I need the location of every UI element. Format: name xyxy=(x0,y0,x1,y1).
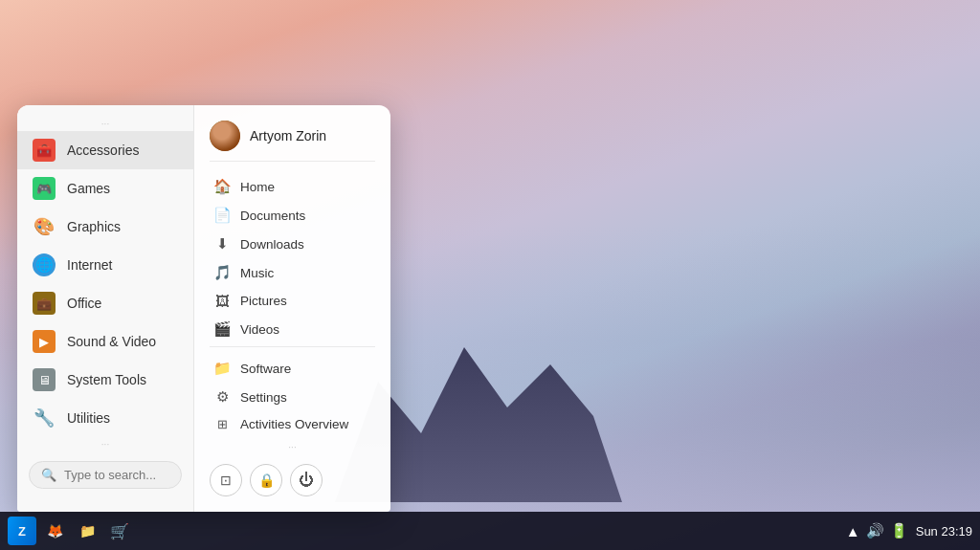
zorin-menu-button[interactable]: Z xyxy=(8,517,36,545)
office-label: Office xyxy=(67,296,101,311)
documents-icon: 📄 xyxy=(213,207,231,224)
downloads-icon: ⬇ xyxy=(213,235,231,253)
clock: Sun 23:19 xyxy=(916,524,972,539)
lock-button[interactable]: 🔒 xyxy=(250,464,282,496)
accessories-icon: 🧰 xyxy=(33,139,56,162)
system-activities[interactable]: ⊞ Activities Overview xyxy=(210,412,375,436)
graphics-icon: 🎨 xyxy=(33,215,56,238)
screenshot-button[interactable]: ⊡ xyxy=(210,464,242,496)
category-accessories[interactable]: 🧰 Accessories xyxy=(17,131,193,169)
category-utilities[interactable]: 🔧 Utilities xyxy=(17,399,193,437)
system-software[interactable]: 📁 Software xyxy=(210,355,375,382)
place-music[interactable]: 🎵 Music xyxy=(210,259,375,286)
taskbar-right: ▲ 🔊 🔋 Sun 23:19 xyxy=(846,522,972,539)
place-videos[interactable]: 🎬 Videos xyxy=(210,316,375,342)
app-menu: ··· 🧰 Accessories 🎮 Games 🎨 Graphics 🌐 I… xyxy=(17,105,390,512)
system-list: 📁 Software ⚙ Settings ⊞ Activities Overv… xyxy=(210,351,375,440)
desktop: ··· 🧰 Accessories 🎮 Games 🎨 Graphics 🌐 I… xyxy=(0,0,980,550)
place-downloads[interactable]: ⬇ Downloads xyxy=(210,231,375,257)
internet-icon: 🌐 xyxy=(33,253,56,276)
category-graphics[interactable]: 🎨 Graphics xyxy=(17,208,193,246)
volume-icon: 🔊 xyxy=(866,522,884,539)
downloads-label: Downloads xyxy=(240,237,304,252)
search-area: 🔍 xyxy=(17,451,193,500)
games-icon: 🎮 xyxy=(33,177,56,200)
category-system-tools[interactable]: 🖥 System Tools xyxy=(17,361,193,399)
files-icon: 📁 xyxy=(79,523,96,539)
taskbar: Z 🦊 📁 🛒 ▲ 🔊 🔋 Sun 23:19 xyxy=(0,512,980,550)
system-settings[interactable]: ⚙ Settings xyxy=(210,384,375,410)
power-button[interactable]: ⏻ xyxy=(290,464,323,496)
user-name: Artyom Zorin xyxy=(250,128,326,143)
category-office[interactable]: 💼 Office xyxy=(17,284,193,322)
activities-icon: ⊞ xyxy=(213,417,231,431)
wifi-icon: ▲ xyxy=(846,523,860,539)
settings-label: Settings xyxy=(240,390,287,405)
activities-label: Activities Overview xyxy=(240,417,348,431)
screenshot-icon: ⊡ xyxy=(220,473,232,488)
accessories-label: Accessories xyxy=(67,143,139,158)
games-label: Games xyxy=(67,181,110,196)
office-icon: 💼 xyxy=(33,292,56,315)
pictures-icon: 🖼 xyxy=(213,293,231,309)
graphics-label: Graphics xyxy=(67,219,121,234)
system-tools-icon: 🖥 xyxy=(33,368,56,391)
sound-video-icon: ▶ xyxy=(33,330,56,353)
lock-icon: 🔒 xyxy=(258,473,275,488)
place-documents[interactable]: 📄 Documents xyxy=(210,202,375,229)
software-store-icon: 🛒 xyxy=(110,522,129,540)
category-internet[interactable]: 🌐 Internet xyxy=(17,246,193,284)
utilities-icon: 🔧 xyxy=(33,407,56,429)
videos-label: Videos xyxy=(240,322,279,337)
place-pictures[interactable]: 🖼 Pictures xyxy=(210,288,375,314)
files-button[interactable]: 📁 xyxy=(73,517,101,545)
music-label: Music xyxy=(240,266,274,280)
place-home[interactable]: 🏠 Home xyxy=(210,173,375,200)
settings-icon: ⚙ xyxy=(213,388,231,406)
status-icons: ▲ 🔊 🔋 xyxy=(846,522,908,539)
user-profile[interactable]: Artyom Zorin xyxy=(210,117,375,162)
system-tools-label: System Tools xyxy=(67,372,146,387)
menu-categories: ··· 🧰 Accessories 🎮 Games 🎨 Graphics 🌐 I… xyxy=(17,105,194,512)
videos-icon: 🎬 xyxy=(213,320,231,338)
power-buttons: ⊡ 🔒 ⏻ xyxy=(210,456,375,500)
internet-label: Internet xyxy=(67,257,112,273)
firefox-icon: 🦊 xyxy=(47,523,63,539)
utilities-label: Utilities xyxy=(67,410,110,426)
category-sound-video[interactable]: ▶ Sound & Video xyxy=(17,322,193,361)
sound-video-label: Sound & Video xyxy=(67,334,156,349)
home-icon: 🏠 xyxy=(213,178,231,195)
documents-label: Documents xyxy=(240,209,305,223)
software-label: Software xyxy=(240,362,291,376)
software-store-button[interactable]: 🛒 xyxy=(105,517,134,545)
menu-right-panel: Artyom Zorin 🏠 Home 📄 Documents ⬇ Downlo… xyxy=(194,105,390,512)
search-input[interactable] xyxy=(64,468,169,482)
search-input-wrap[interactable]: 🔍 xyxy=(29,461,182,489)
search-icon: 🔍 xyxy=(41,468,56,482)
zorin-logo: Z xyxy=(18,524,26,539)
firefox-button[interactable]: 🦊 xyxy=(40,517,69,545)
right-scroll-dots: ··· xyxy=(210,440,375,454)
software-icon: 📁 xyxy=(213,360,231,377)
power-icon: ⏻ xyxy=(299,472,314,489)
category-games[interactable]: 🎮 Games xyxy=(17,169,193,208)
home-label: Home xyxy=(240,180,275,194)
battery-icon: 🔋 xyxy=(890,522,908,539)
music-icon: 🎵 xyxy=(213,264,231,281)
pictures-label: Pictures xyxy=(240,294,287,308)
places-list: 🏠 Home 📄 Documents ⬇ Downloads 🎵 Music 🖼 xyxy=(210,169,375,347)
scroll-top: ··· xyxy=(17,117,193,131)
avatar xyxy=(210,121,240,151)
taskbar-left: Z 🦊 📁 🛒 xyxy=(8,517,134,545)
scroll-bottom: ··· xyxy=(17,437,193,451)
